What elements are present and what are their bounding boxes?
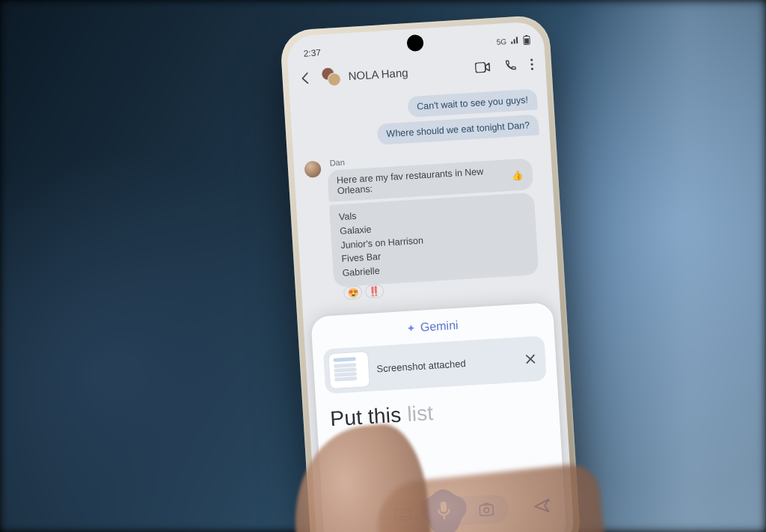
- thumbs-up-emoji: 👍: [512, 168, 524, 180]
- message-in-group: Dan Here are my fav restaurants in New O…: [304, 146, 548, 302]
- status-right: 5G: [496, 34, 530, 47]
- svg-point-6: [531, 67, 533, 70]
- svg-point-14: [484, 507, 489, 513]
- svg-rect-3: [475, 62, 485, 73]
- message-bubble-list[interactable]: Vals Galaxie Junior's on Harrison Fives …: [329, 192, 539, 287]
- svg-point-5: [530, 63, 533, 65]
- send-button[interactable]: [533, 498, 552, 515]
- svg-rect-12: [399, 516, 406, 518]
- remove-attachment-button[interactable]: [523, 351, 539, 367]
- back-button[interactable]: [297, 70, 314, 87]
- svg-rect-9: [399, 512, 401, 513]
- microphone-icon: [436, 501, 453, 524]
- prompt-segment-strong: Put this: [330, 403, 408, 430]
- signal-icon: [510, 37, 520, 45]
- camera-button[interactable]: [479, 502, 494, 516]
- overflow-menu-button[interactable]: [530, 58, 534, 70]
- keyboard-button[interactable]: [393, 508, 411, 521]
- conversation[interactable]: Can't wait to see you guys! Where should…: [289, 79, 559, 302]
- message-bubble[interactable]: Where should we eat tonight Dan?: [377, 114, 539, 145]
- prompt-segment-fading: list: [406, 401, 434, 426]
- message-bubble[interactable]: Can't wait to see you guys!: [407, 89, 537, 118]
- sender-avatar[interactable]: [304, 161, 321, 178]
- attachment-label: Screenshot attached: [376, 355, 516, 374]
- status-time: 2:37: [303, 47, 321, 58]
- phone: 2:37 5G NOLA Hang: [280, 15, 581, 532]
- voice-call-button[interactable]: [503, 58, 518, 73]
- gemini-title: ✦ Gemini: [322, 314, 544, 340]
- reaction-heart-eyes[interactable]: 😍: [343, 285, 363, 299]
- svg-rect-1: [525, 35, 527, 37]
- svg-rect-2: [524, 38, 529, 43]
- chat-title[interactable]: NOLA Hang: [348, 62, 468, 82]
- gemini-prompt-text[interactable]: Put this list: [327, 394, 549, 432]
- svg-rect-7: [394, 509, 410, 521]
- reaction-bangbang[interactable]: ‼️: [365, 284, 384, 298]
- attachment-thumbnail: [328, 351, 370, 389]
- svg-rect-10: [402, 512, 404, 513]
- voice-input-button[interactable]: [417, 486, 470, 532]
- attachment-chip[interactable]: Screenshot attached: [323, 336, 547, 394]
- status-network-label: 5G: [496, 37, 506, 46]
- svg-rect-13: [479, 504, 494, 516]
- video-call-button[interactable]: [475, 61, 491, 73]
- gemini-brand-label: Gemini: [420, 319, 459, 334]
- gemini-spark-icon: ✦: [406, 322, 416, 334]
- gemini-sheet: ✦ Gemini Screenshot attached Put this li…: [310, 302, 567, 532]
- battery-icon: [523, 34, 531, 46]
- message-text: Here are my fav restaurants in New Orlea…: [337, 165, 508, 196]
- gemini-toolbar: [331, 477, 556, 532]
- svg-point-4: [530, 58, 533, 61]
- group-avatar[interactable]: [321, 67, 342, 88]
- phone-screen: 2:37 5G NOLA Hang: [286, 21, 574, 532]
- svg-rect-8: [396, 512, 398, 513]
- svg-rect-15: [441, 501, 447, 512]
- svg-rect-11: [405, 511, 407, 513]
